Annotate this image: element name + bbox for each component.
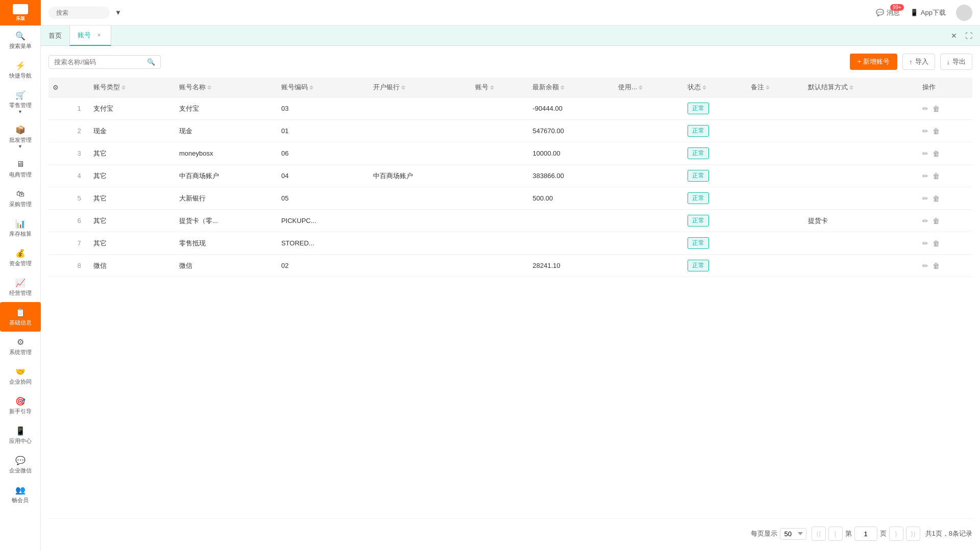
edit-button-7[interactable]: ✏ [922, 262, 928, 270]
sidebar-item-shortcuts[interactable]: ⚡ 快捷导航 [0, 55, 41, 85]
notification-badge: 99+ [890, 4, 904, 11]
cell-account-7 [471, 255, 529, 277]
edit-button-5[interactable]: ✏ [922, 217, 928, 225]
delete-button-6[interactable]: 🗑 [933, 239, 940, 247]
add-account-button[interactable]: + 新增账号 [850, 54, 897, 70]
sidebar-item-inventory[interactable]: 📊 库存核算 [0, 213, 41, 243]
cell-action-0: ✏ 🗑 [918, 97, 972, 120]
settings-icon[interactable]: ⚙ [53, 84, 59, 91]
tab-close-button[interactable]: ✕ [948, 30, 960, 42]
sidebar-item-wholesale[interactable]: 📦 批发管理 ▼ [0, 119, 41, 154]
search-input[interactable] [54, 58, 147, 66]
first-page-button[interactable]: ⟨⟨ [812, 527, 826, 541]
tab-close-account[interactable]: × [95, 31, 103, 39]
col-header-name[interactable]: 账号名称 [179, 83, 273, 92]
header-search-input[interactable] [48, 7, 110, 19]
col-header-account[interactable]: 账号 [475, 83, 525, 92]
delete-button-0[interactable]: 🗑 [933, 105, 940, 113]
col-header-bank[interactable]: 开户银行 [373, 83, 467, 92]
row-num-2: 3 [69, 142, 89, 165]
col-code[interactable]: 账号编码 [277, 78, 369, 97]
col-usage[interactable]: 使用... [614, 78, 683, 97]
cell-bank-5 [369, 210, 471, 232]
row-gear-2 [48, 142, 69, 165]
edit-button-1[interactable]: ✏ [922, 127, 928, 135]
sidebar-item-purchase[interactable]: 🛍 采购管理 [0, 184, 41, 213]
operations-icon: 📈 [15, 278, 26, 288]
sidebar-item-basic[interactable]: 📋 基础信息 [0, 302, 41, 332]
cell-code-5: PICKUPC... [277, 210, 369, 232]
last-page-button[interactable]: ⟩⟩ [906, 527, 920, 541]
cell-status-1: 正常 [683, 120, 746, 142]
delete-button-5[interactable]: 🗑 [933, 217, 940, 225]
edit-button-6[interactable]: ✏ [922, 239, 928, 247]
app-download-button[interactable]: 📱 App下载 [910, 8, 946, 17]
sidebar-item-finance[interactable]: 💰 资金管理 [0, 243, 41, 272]
notification-button[interactable]: 💬 消息 99+ [876, 8, 900, 17]
sidebar-item-operations[interactable]: 📈 经营管理 [0, 272, 41, 302]
col-header-remark[interactable]: 备注 [751, 83, 800, 92]
sidebar-label-operations: 经营管理 [9, 289, 32, 297]
page-navigation: ⟨⟨ ⟨ 第 页 ⟩ ⟩⟩ [812, 527, 920, 541]
col-header-code[interactable]: 账号编码 [281, 83, 365, 92]
cell-action-1: ✏ 🗑 [918, 120, 972, 142]
sidebar-item-guide[interactable]: 🎯 新手引导 [0, 391, 41, 420]
status-badge-0: 正常 [688, 103, 709, 114]
tab-expand-button[interactable]: ⛶ [963, 30, 975, 42]
edit-button-0[interactable]: ✏ [922, 105, 928, 113]
sidebar-item-wechat[interactable]: 💬 企业微信 [0, 450, 41, 480]
delete-button-1[interactable]: 🗑 [933, 127, 940, 135]
delete-button-3[interactable]: 🗑 [933, 172, 940, 180]
sidebar-item-ecommerce[interactable]: 🖥 电商管理 [0, 154, 41, 184]
col-type[interactable]: 账号类型 [89, 78, 175, 97]
export-button[interactable]: ↓ 导出 [940, 54, 973, 70]
delete-button-4[interactable]: 🗑 [933, 194, 940, 203]
cell-action-5: ✏ 🗑 [918, 210, 972, 232]
col-header-default_pay[interactable]: 默认结算方式 [808, 83, 914, 92]
col-default_pay[interactable]: 默认结算方式 [804, 78, 918, 97]
col-header-balance[interactable]: 最新余额 [532, 83, 610, 92]
action-buttons: + 新增账号 ↑ 导入 ↓ 导出 [850, 54, 972, 70]
edit-button-3[interactable]: ✏ [922, 172, 928, 180]
sidebar-item-search[interactable]: 🔍 搜索菜单 [0, 26, 41, 55]
cell-action-6: ✏ 🗑 [918, 232, 972, 255]
page-size-dropdown[interactable]: 2050100 [780, 528, 806, 540]
col-header-usage[interactable]: 使用... [618, 83, 679, 92]
table-row: 2现金现金01547670.00正常 ✏ 🗑 [48, 120, 972, 142]
col-account[interactable]: 账号 [471, 78, 529, 97]
edit-button-2[interactable]: ✏ [922, 149, 928, 158]
delete-button-7[interactable]: 🗑 [933, 262, 940, 270]
col-name[interactable]: 账号名称 [175, 78, 277, 97]
sidebar-item-agreement[interactable]: 🤝 企业协同 [0, 361, 41, 391]
tab-home[interactable]: 首页 [41, 26, 70, 46]
delete-button-2[interactable]: 🗑 [933, 149, 940, 158]
tab-account[interactable]: 账号× [70, 26, 111, 46]
col-balance[interactable]: 最新余额 [528, 78, 614, 97]
page-number-input[interactable] [854, 527, 877, 541]
search-icon[interactable]: 🔍 [147, 58, 155, 66]
import-button[interactable]: ↑ 导入 [902, 54, 935, 70]
tab-controls: ✕ ⛶ [948, 30, 980, 42]
sidebar-item-retail[interactable]: 🛒 零售管理 ▼ [0, 85, 41, 119]
sidebar-item-system[interactable]: ⚙ 系统管理 [0, 332, 41, 361]
header-dropdown[interactable]: ▼ [115, 9, 121, 16]
cell-code-3: 04 [277, 165, 369, 187]
cell-remark-3 [747, 165, 804, 187]
tab-label-home: 首页 [48, 31, 62, 40]
cell-code-4: 05 [277, 187, 369, 210]
cell-account-2 [471, 142, 529, 165]
col-header-type[interactable]: 账号类型 [93, 83, 171, 92]
table-row: 1支付宝支付宝03-90444.00正常 ✏ 🗑 [48, 97, 972, 120]
edit-button-4[interactable]: ✏ [922, 194, 928, 203]
prev-page-button[interactable]: ⟨ [828, 527, 843, 541]
cell-remark-4 [747, 187, 804, 210]
sidebar-item-member[interactable]: 👥 畅会员 [0, 480, 41, 509]
col-remark[interactable]: 备注 [747, 78, 804, 97]
col-header-status[interactable]: 状态 [688, 83, 742, 92]
app-version: 乐版 [16, 15, 25, 22]
user-avatar[interactable] [956, 5, 972, 21]
sidebar-item-app_center[interactable]: 📱 应用中心 [0, 420, 41, 450]
col-bank[interactable]: 开户银行 [369, 78, 471, 97]
next-page-button[interactable]: ⟩ [889, 527, 903, 541]
col-status[interactable]: 状态 [683, 78, 746, 97]
